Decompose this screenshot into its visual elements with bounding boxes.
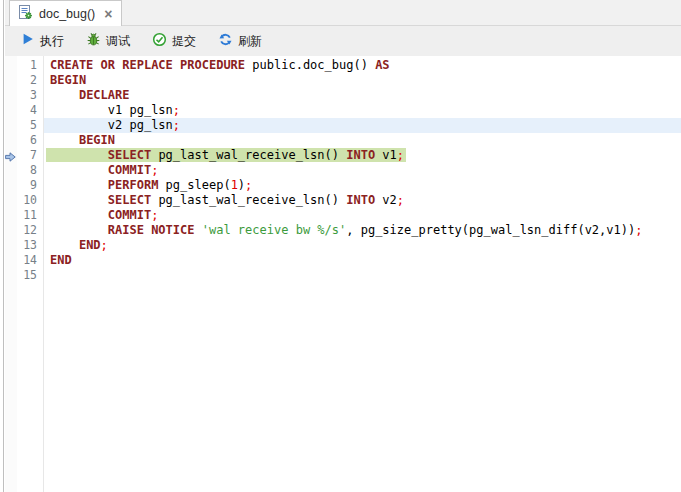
debug-button[interactable]: 调试 <box>83 30 133 53</box>
editor-toolbar: 执行 调试 <box>5 26 681 56</box>
code-line[interactable]: COMMIT; <box>44 163 681 178</box>
code-line[interactable]: COMMIT; <box>44 208 681 223</box>
refresh-icon <box>218 32 233 51</box>
line-number[interactable]: 15 <box>17 268 37 283</box>
code-line[interactable] <box>44 268 681 283</box>
refresh-button-label: 刷新 <box>238 33 262 50</box>
debug-button-label: 调试 <box>106 33 130 50</box>
sql-editor-window: doc_bug() × 执行 <box>0 0 681 492</box>
line-number[interactable]: 12 <box>17 223 37 238</box>
line-number[interactable]: 1 <box>17 58 37 73</box>
commit-button-label: 提交 <box>172 33 196 50</box>
code-line[interactable]: SELECT pg_last_wal_receive_lsn() INTO v1… <box>44 148 681 163</box>
code-line[interactable]: BEGIN <box>44 73 681 88</box>
line-number[interactable]: 11 <box>17 208 37 223</box>
line-number[interactable]: 3 <box>17 88 37 103</box>
code-line[interactable]: DECLARE <box>44 88 681 103</box>
line-number[interactable]: 10 <box>17 193 37 208</box>
tab-title: doc_bug() <box>39 7 95 21</box>
instruction-pointer-icon <box>5 151 16 165</box>
run-icon <box>21 32 35 50</box>
procedure-file-icon <box>17 4 33 24</box>
line-number[interactable]: 5 <box>17 118 37 133</box>
code-line[interactable]: v1 pg_lsn; <box>44 103 681 118</box>
annotation-ruler[interactable] <box>5 56 17 492</box>
tab-doc-bug[interactable]: doc_bug() × <box>9 0 122 26</box>
left-sash <box>0 0 4 492</box>
code-line[interactable]: CREATE OR REPLACE PROCEDURE public.doc_b… <box>44 58 681 73</box>
line-number[interactable]: 13 <box>17 238 37 253</box>
code-editor: 123456789101112131415 CREATE OR REPLACE … <box>5 56 681 492</box>
line-number[interactable]: 8 <box>17 163 37 178</box>
debug-executing-statement: SELECT pg_last_wal_receive_lsn() INTO v1… <box>46 148 406 162</box>
commit-button[interactable]: 提交 <box>149 30 199 53</box>
code-line[interactable]: BEGIN <box>44 133 681 148</box>
execute-button-label: 执行 <box>40 33 64 50</box>
code-line[interactable]: END; <box>44 238 681 253</box>
line-number[interactable]: 4 <box>17 103 37 118</box>
line-number-gutter[interactable]: 123456789101112131415 <box>17 56 44 492</box>
debug-bug-icon <box>86 32 101 51</box>
line-number[interactable]: 2 <box>17 73 37 88</box>
code-line[interactable]: SELECT pg_last_wal_receive_lsn() INTO v2… <box>44 193 681 208</box>
line-number[interactable]: 14 <box>17 253 37 268</box>
execute-button[interactable]: 执行 <box>18 30 67 52</box>
tab-bar: doc_bug() × <box>5 0 681 26</box>
editor-view: doc_bug() × 执行 <box>5 0 681 492</box>
code-line[interactable]: RAISE NOTICE 'wal receive bw %/s', pg_si… <box>44 223 681 238</box>
code-area[interactable]: CREATE OR REPLACE PROCEDURE public.doc_b… <box>44 56 681 492</box>
commit-check-icon <box>152 32 167 51</box>
code-line[interactable]: PERFORM pg_sleep(1); <box>44 178 681 193</box>
line-number[interactable]: 6 <box>17 133 37 148</box>
tab-close-icon[interactable]: × <box>104 7 112 21</box>
code-line[interactable]: END <box>44 253 681 268</box>
refresh-button[interactable]: 刷新 <box>215 30 265 53</box>
line-number[interactable]: 9 <box>17 178 37 193</box>
line-number[interactable]: 7 <box>17 148 37 163</box>
code-line[interactable]: v2 pg_lsn; <box>44 118 681 133</box>
